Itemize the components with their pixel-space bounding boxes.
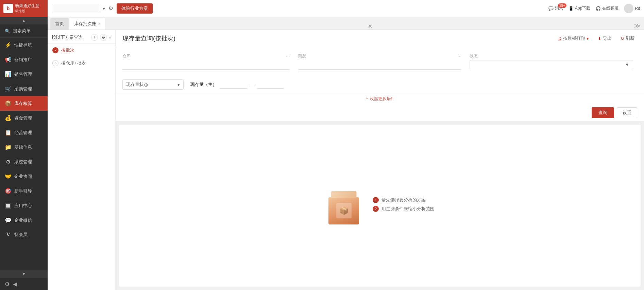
empty-step-2: 2 用过滤条件来缩小分析范围 (373, 206, 435, 212)
sidebar-bottom: ⚙ ◀ (0, 278, 48, 290)
sidebar-collapse-icon[interactable]: ◀ (13, 281, 17, 287)
message-badge: 99+ (558, 3, 566, 8)
product-label: 商品 (298, 53, 306, 59)
scheme-dot-active: ✓ (52, 47, 58, 53)
inventory-status-select[interactable]: 现存量状态 ▾ (122, 79, 184, 90)
sidebar-item-search[interactable]: 🔍 搜索菜单 (0, 24, 48, 38)
sidebar-item-label: 库存核算 (14, 101, 32, 107)
topbar-gear-icon[interactable]: ⚙ (108, 5, 113, 12)
scheme-settings-btn[interactable]: ⚙ (100, 34, 107, 41)
print-btn[interactable]: 🖨 按模板打印 ▾ (555, 34, 592, 43)
sidebar-item-enterprise[interactable]: 🤝 企业协同 (0, 169, 48, 184)
company-name: 畅康通好生意 (15, 3, 39, 9)
tab-close-icon[interactable]: × (98, 22, 100, 26)
sales-icon: 📊 (5, 71, 12, 77)
scheme-item-batch[interactable]: ✓ 按批次 (48, 44, 115, 57)
export-btn[interactable]: ⬇ 导出 (595, 34, 614, 43)
topbar-dropdown-icon[interactable]: ▾ (103, 6, 105, 11)
sidebar-item-label: 销售管理 (14, 71, 32, 77)
warehouse-input[interactable] (122, 61, 290, 70)
sidebar-item-marketing[interactable]: 📢 营销推广 (0, 52, 48, 67)
sidebar-item-label: 快捷导航 (14, 42, 32, 48)
sidebar-item-membership[interactable]: V 畅会员 (0, 228, 48, 242)
product-dots[interactable]: ··· (458, 54, 462, 59)
filter-warehouse: 仓库 ··· (122, 51, 294, 73)
add-scheme-btn[interactable]: + (91, 34, 98, 41)
warehouse-dots[interactable]: ··· (286, 54, 290, 59)
sidebar-item-shortcut[interactable]: ⚡ 快捷导航 (0, 38, 48, 52)
filter-row2: 现存量状态 ▾ 现存量（主） — (116, 77, 644, 93)
experience-btn[interactable]: 体验行业方案 (117, 3, 153, 14)
left-panel-title: 按以下方案查询 (52, 34, 83, 40)
warehouse-label: 仓库 (122, 53, 131, 59)
marketing-icon: 📢 (5, 56, 12, 63)
sidebar-item-basic[interactable]: 📁 基础信息 (0, 140, 48, 155)
sidebar-header: b 畅康通好生意 标准版 (0, 0, 48, 17)
app-logo: b (3, 4, 13, 13)
collapse-more-label: 收起更多条件 (370, 96, 394, 102)
export-label: 导出 (603, 35, 612, 41)
scheme-item-warehouse-batch[interactable]: ○ 按仓库+批次 (48, 57, 115, 70)
inventory-qty-min[interactable] (220, 80, 247, 89)
query-button[interactable]: 查询 (592, 107, 614, 118)
panel-close-btn[interactable]: ≫ (634, 22, 644, 30)
scheme-item-label: 按批次 (61, 47, 74, 53)
product-input[interactable] (298, 61, 462, 70)
empty-step1-label: 请先选择要分析的方案 (382, 197, 426, 203)
app-download-btn[interactable]: 📱 App下载 (569, 5, 590, 11)
sidebar-item-label: 系统管理 (14, 159, 32, 165)
tab-inventory-batch[interactable]: 库存批次账 × (69, 18, 105, 30)
inventory-qty-wrap: 现存量（主） — (190, 80, 284, 89)
sidebar-item-label: 营销推广 (14, 57, 32, 63)
sidebar-settings-icon[interactable]: ⚙ (5, 281, 10, 287)
collapse-more-btn[interactable]: ⌃ 收起更多条件 (116, 93, 644, 105)
sidebar-item-system[interactable]: ⚙ 系统管理 (0, 155, 48, 169)
message-btn[interactable]: 💬 消息 99+ (548, 5, 563, 11)
collapse-more-icon: ⌃ (365, 97, 369, 102)
sidebar-item-finance[interactable]: 💰 资金管理 (0, 111, 48, 125)
sidebar-item-label: 新手引导 (14, 188, 32, 194)
collapse-panel-btn[interactable]: « (109, 35, 111, 40)
sidebar-item-purchase[interactable]: 🛒 采购管理 (0, 81, 48, 96)
export-icon: ⬇ (598, 36, 601, 41)
sidebar-scroll-up[interactable]: ▲ (0, 17, 48, 24)
filter-status: 状态 ▼ (465, 51, 637, 73)
topbar-search-input[interactable] (52, 4, 99, 13)
refresh-btn[interactable]: ↻ 刷新 (618, 34, 637, 43)
username-label: Rit (635, 6, 640, 11)
inventory-status-placeholder: 现存量状态 (126, 81, 148, 88)
tabbar: 首页 库存批次账 × ✕ ≫ (48, 17, 644, 30)
message-icon: 💬 (548, 6, 554, 11)
online-service-label: 在线客服 (602, 5, 618, 11)
sidebar-nav: 🔍 搜索菜单 ⚡ 快捷导航 📢 营销推广 📊 销售管理 🛒 采购管理 📦 库存核… (0, 24, 48, 270)
online-service-btn[interactable]: 🎧 在线客服 (596, 5, 618, 11)
sidebar-item-operations[interactable]: 📋 经营管理 (0, 125, 48, 140)
sidebar-scroll-down[interactable]: ▼ (0, 270, 48, 278)
sidebar-item-wechat[interactable]: 💬 企业微信 (0, 213, 48, 228)
refresh-icon: ↻ (621, 36, 624, 41)
tab-home-label: 首页 (55, 21, 64, 27)
app-download-icon: 📱 (569, 6, 574, 11)
scheme-item-label: 按仓库+批次 (61, 60, 86, 66)
user-profile[interactable]: Rit (624, 4, 640, 13)
inventory-status-wrap: 现存量状态 ▾ (122, 79, 184, 90)
tabbar-close-right[interactable]: ✕ (365, 23, 376, 30)
left-panel: 按以下方案查询 + ⚙ « ✓ 按批次 ○ 按仓库+批次 (48, 30, 116, 290)
sidebar-item-appstore[interactable]: 🔲 应用中心 (0, 198, 48, 213)
sidebar-item-newuser[interactable]: 🎯 新手引导 (0, 184, 48, 198)
main-area: ▾ ⚙ 体验行业方案 💬 消息 99+ 📱 App下载 🎧 在线客服 Rit (48, 0, 644, 290)
edition-label: 标准版 (15, 9, 39, 14)
status-label: 状态 (470, 53, 478, 59)
basic-icon: 📁 (5, 144, 12, 150)
inventory-qty-max[interactable] (257, 80, 284, 89)
refresh-label: 刷新 (626, 35, 634, 41)
filter-section: 仓库 ··· 商品 ··· (116, 47, 644, 105)
tab-home[interactable]: 首页 (50, 18, 69, 30)
appstore-icon: 🔲 (5, 202, 12, 209)
status-select[interactable]: ▼ (470, 60, 633, 69)
print-label: 按模板打印 (563, 35, 585, 41)
headset-icon: 🎧 (596, 6, 601, 11)
sidebar-item-sales[interactable]: 📊 销售管理 (0, 67, 48, 81)
settings-button[interactable]: 设置 (617, 107, 637, 118)
sidebar-item-inventory[interactable]: 📦 库存核算 (0, 96, 48, 111)
